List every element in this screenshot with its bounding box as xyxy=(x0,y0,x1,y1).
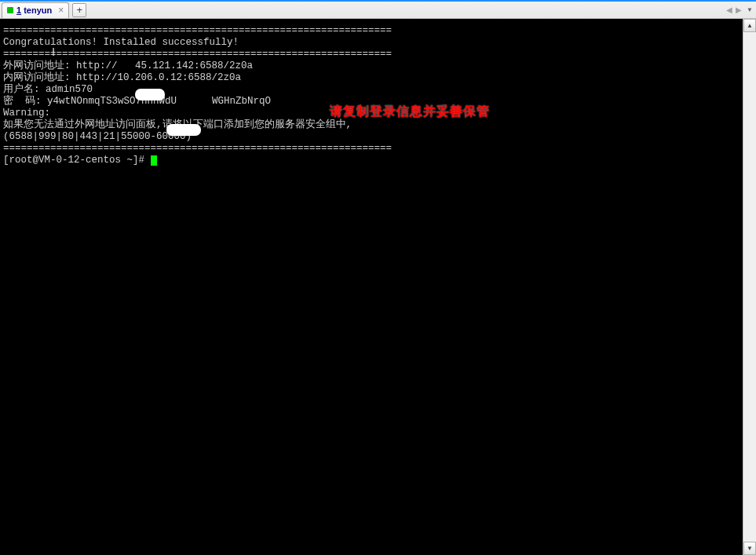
tab-dropdown-icon[interactable]: ▼ xyxy=(747,6,753,13)
warning-text: 如果您无法通过外网地址访问面板,请将以下端口添加到您的服务器安全组中, xyxy=(3,119,352,130)
external-url-line: 外网访问地址: http:// 45.121.142:6588/2z0a xyxy=(3,60,253,71)
divider-line: ========================================… xyxy=(3,143,392,154)
tab-label: tenyun xyxy=(24,5,52,15)
scroll-up-button[interactable]: ▲ xyxy=(743,19,756,32)
connection-status-icon xyxy=(7,7,13,13)
congrats-line: Congratulations! Installed successfully! xyxy=(3,37,239,48)
ports-line: (6588|999|80|443|21|55000-60000) xyxy=(3,131,192,142)
tab-number: 1 xyxy=(16,5,21,15)
warning-label: Warning: xyxy=(3,108,50,119)
divider-line: ========================================… xyxy=(3,25,392,36)
password-line: 密 码: y4wtNOnmqTS3wSO7nhhWdU WGHnZbNrqO xyxy=(3,96,271,107)
close-tab-icon[interactable]: × xyxy=(58,5,64,15)
terminal-container: ========================================… xyxy=(0,19,756,555)
tab-nav-right-icon[interactable]: ▶ xyxy=(736,5,742,14)
terminal-cursor xyxy=(151,155,157,166)
tab-bar: 1 tenyun × + ◀ ▶ ▼ xyxy=(0,2,756,19)
shell-prompt: [root@VM-0-12-centos ~]# xyxy=(3,155,151,166)
scrollbar[interactable]: ▲ ▼ xyxy=(743,19,756,555)
add-tab-button[interactable]: + xyxy=(72,3,86,17)
divider-line: ========================================… xyxy=(3,49,392,60)
tab-bar-controls: ◀ ▶ ▼ xyxy=(726,5,753,14)
session-tab[interactable]: 1 tenyun × xyxy=(2,2,69,18)
internal-url-line: 内网访问地址: http://10.206.0.12:6588/2z0a xyxy=(3,72,241,83)
tab-nav-left-icon[interactable]: ◀ xyxy=(726,5,732,14)
username-line: 用户名: admin570 xyxy=(3,84,93,95)
terminal-output[interactable]: ========================================… xyxy=(0,19,743,555)
scroll-down-button[interactable]: ▼ xyxy=(743,542,756,555)
